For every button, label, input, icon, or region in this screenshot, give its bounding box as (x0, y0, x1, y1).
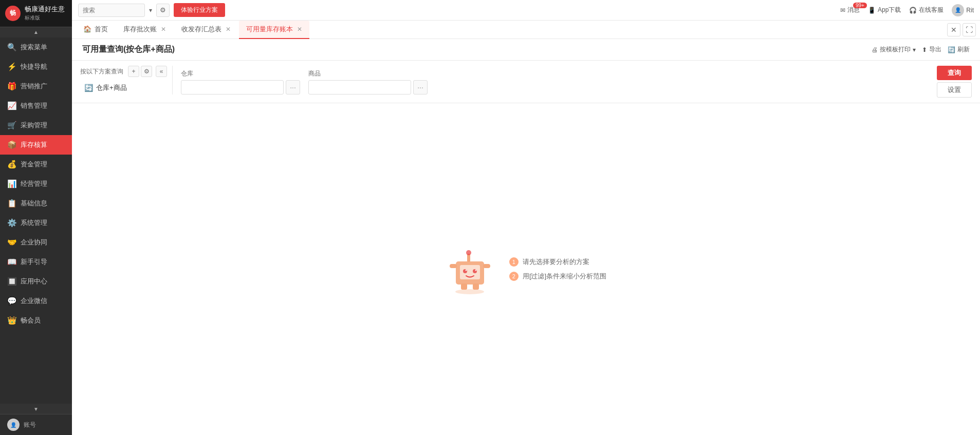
sidebar-logo: 畅 (5, 6, 21, 21)
user-avatar: 👤 (7, 419, 20, 431)
content-area: 可用量查询(按仓库+商品) 🖨 按模板打印 ▾ ⬆ 导出 🔄 刷新 (72, 39, 980, 435)
tab-available-ledger-close[interactable]: ✕ (297, 26, 302, 33)
sidebar-item-search[interactable]: 🔍 搜索菜单 (0, 37, 72, 57)
sidebar-item-label: 销售管理 (21, 101, 47, 110)
sidebar-user-label: 账号 (24, 421, 36, 429)
settings-button[interactable]: 设置 (937, 82, 972, 98)
tab-end-buttons: ✕ ⛶ (947, 23, 976, 36)
phone-icon: 📱 (868, 7, 876, 14)
topbar-right: ✉ 消息 99+ 📱 App下载 🎧 在线客服 👤 Rit (840, 4, 974, 16)
product-input[interactable] (308, 80, 411, 94)
export-btn[interactable]: ⬆ 导出 (922, 45, 941, 54)
warehouse-input[interactable] (181, 80, 284, 94)
topbar-gear-button[interactable]: ⚙ (156, 4, 170, 17)
svg-rect-8 (450, 264, 457, 268)
scheme-settings-btn[interactable]: ⚙ (141, 66, 152, 77)
collapse-panel-btn[interactable]: « (156, 66, 167, 77)
refresh-btn[interactable]: 🔄 刷新 (948, 45, 970, 54)
sidebar-item-enterprise[interactable]: 🤝 企业协同 (0, 233, 72, 252)
product-input-row: ··· (308, 80, 428, 94)
warehouse-field-label: 仓库 (181, 69, 300, 78)
sidebar-item-app-center[interactable]: 🔲 应用中心 (0, 272, 72, 291)
topbar-dropdown-button[interactable]: ▾ (149, 7, 152, 14)
print-btn-label: 按模板打印 (880, 45, 911, 54)
tab-collect-summary[interactable]: 收发存汇总表 ✕ (174, 21, 238, 39)
tip-text-2: 用[过滤]条件来缩小分析范围 (523, 272, 606, 281)
sidebar-scroll-up[interactable]: ▲ (0, 27, 72, 37)
sidebar-header: 畅 畅康通好生意 标准版 (0, 0, 72, 27)
page-title: 可用量查询(按仓库+商品) (82, 44, 175, 55)
tab-close-all-btn[interactable]: ✕ (947, 23, 960, 36)
svg-point-4 (465, 270, 467, 271)
sidebar-item-label: 营销推广 (21, 82, 47, 91)
filter-fields: 仓库 ··· 商品 ··· 查询 设置 (173, 66, 972, 98)
system-icon: ⚙️ (7, 218, 16, 228)
sidebar-edition-badge: 标准版 (25, 14, 65, 22)
empty-tip-1: 1 请先选择要分析的方案 (509, 257, 606, 267)
sidebar-item-marketing[interactable]: 🎁 营销推广 (0, 77, 72, 96)
trial-btn[interactable]: 体验行业方案 (174, 3, 225, 17)
product-more-btn[interactable]: ··· (413, 80, 428, 94)
page-header: 可用量查询(按仓库+商品) 🖨 按模板打印 ▾ ⬆ 导出 🔄 刷新 (72, 39, 980, 61)
tab-batch-account-label: 库存批次账 (123, 25, 157, 34)
sidebar-item-inventory[interactable]: 📦 库存核算 (0, 135, 72, 155)
sales-icon: 📈 (7, 101, 16, 110)
warehouse-more-btn[interactable]: ··· (286, 80, 300, 94)
service-label: 在线客服 (919, 6, 944, 14)
topbar-app-download-btn[interactable]: 📱 App下载 (868, 6, 901, 14)
main-area: ▾ ⚙ 体验行业方案 ✉ 消息 99+ 📱 App下载 🎧 在线客服 👤 Rit (72, 0, 980, 435)
sidebar-item-finance[interactable]: 💰 资金管理 (0, 155, 72, 174)
print-template-btn[interactable]: 🖨 按模板打印 ▾ (872, 45, 916, 54)
sidebar-item-shortcut[interactable]: ⚡ 快捷导航 (0, 57, 72, 77)
print-icon: 🖨 (872, 46, 878, 53)
tab-collect-summary-close[interactable]: ✕ (226, 26, 231, 33)
page-actions: 🖨 按模板打印 ▾ ⬆ 导出 🔄 刷新 (872, 45, 970, 54)
svg-rect-7 (473, 283, 479, 290)
sidebar-item-guide[interactable]: 📖 新手引导 (0, 252, 72, 272)
refresh-icon: 🔄 (948, 46, 955, 53)
sidebar-item-purchase[interactable]: 🛒 采购管理 (0, 116, 72, 135)
empty-content: 1 请先选择要分析的方案 2 用[过滤]条件来缩小分析范围 (446, 243, 606, 295)
wechat-icon: 💬 (7, 296, 16, 306)
sidebar-item-label: 企业微信 (21, 296, 47, 306)
tab-home[interactable]: 🏠 首页 (76, 21, 115, 39)
sidebar-item-basic-info[interactable]: 📋 基础信息 (0, 194, 72, 213)
sidebar-item-operations[interactable]: 📊 经营管理 (0, 174, 72, 194)
export-icon: ⬆ (922, 46, 927, 53)
home-icon: 🏠 (83, 25, 91, 33)
scheme-item-icon: 🔄 (84, 84, 93, 92)
add-scheme-btn[interactable]: + (128, 66, 139, 77)
tab-maximize-btn[interactable]: ⛶ (963, 23, 976, 36)
topbar-search-input[interactable] (78, 4, 145, 17)
topbar-service-btn[interactable]: 🎧 在线客服 (909, 6, 944, 14)
sidebar-item-wechat[interactable]: 💬 企业微信 (0, 291, 72, 311)
shortcut-icon: ⚡ (7, 62, 16, 71)
sidebar-item-system[interactable]: ⚙️ 系统管理 (0, 213, 72, 233)
sidebar-item-label: 应用中心 (21, 277, 47, 286)
product-field-label: 商品 (308, 69, 428, 78)
tip-num-1: 1 (509, 257, 519, 267)
purchase-icon: 🛒 (7, 121, 16, 130)
scheme-item-warehouse-product[interactable]: 🔄 仓库+商品 (80, 81, 167, 94)
topbar-user-btn[interactable]: 👤 Rit (952, 4, 974, 16)
sidebar-item-member[interactable]: 👑 畅会员 (0, 311, 72, 330)
cube-illustration-svg (446, 243, 497, 295)
sidebar-item-sales[interactable]: 📈 销售管理 (0, 96, 72, 116)
tab-available-ledger[interactable]: 可用量库存账本 ✕ (239, 21, 309, 39)
filter-action-buttons: 查询 设置 (937, 66, 972, 98)
topbar-message-btn[interactable]: ✉ 消息 99+ (840, 6, 860, 14)
finance-icon: 💰 (7, 160, 16, 169)
query-button[interactable]: 查询 (937, 66, 972, 80)
filter-scheme-header: 按以下方案查询 + ⚙ « (80, 66, 167, 77)
sidebar-scroll-down[interactable]: ▼ (0, 404, 72, 414)
scheme-item-label: 仓库+商品 (96, 83, 127, 92)
filter-field-product: 商品 ··· (308, 69, 428, 94)
sidebar-item-label: 搜索菜单 (21, 43, 47, 52)
tab-batch-account[interactable]: 库存批次账 ✕ (116, 21, 173, 39)
refresh-btn-label: 刷新 (957, 45, 970, 54)
sidebar-item-label: 经营管理 (21, 179, 47, 188)
tab-batch-account-close[interactable]: ✕ (161, 26, 166, 33)
sidebar-bottom-user[interactable]: 👤 账号 (0, 414, 72, 435)
message-icon: ✉ (840, 7, 845, 14)
sidebar-item-label: 系统管理 (21, 218, 47, 228)
